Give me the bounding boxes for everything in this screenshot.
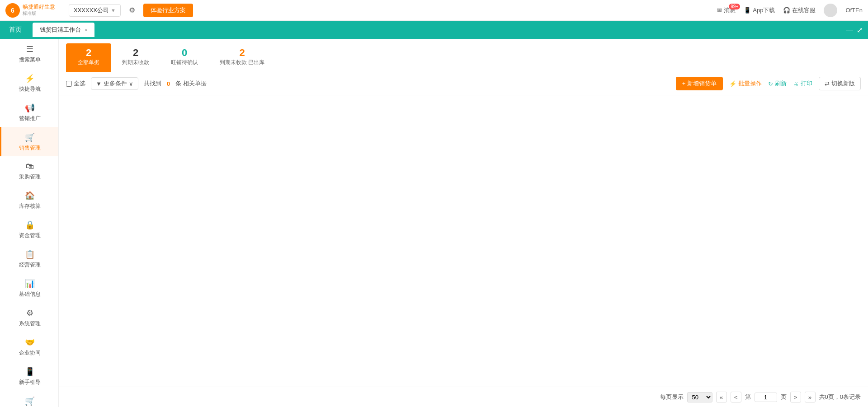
filter-label: 更多条件 — [104, 80, 127, 88]
first-page-button[interactable]: « — [716, 392, 727, 402]
stat-tab-pending[interactable]: 0 旺铺待确认 — [160, 43, 209, 72]
app-download-icon: 📱 — [744, 7, 751, 14]
inventory-icon: 🏠 — [25, 191, 35, 201]
select-all-checkbox[interactable]: 全选 — [66, 80, 85, 88]
messages-badge: 99+ — [729, 4, 740, 9]
filter-icon: ▼ — [96, 80, 102, 87]
switch-label: 切换新版 — [831, 80, 855, 88]
filter-button[interactable]: ▼ 更多条件 ∨ — [91, 77, 138, 90]
tab-maximize-button[interactable]: ⤢ — [857, 26, 863, 34]
stat-label-overdue: 到期未收款 — [122, 59, 149, 66]
search-menu-icon: ☰ — [26, 44, 33, 54]
sidebar-item-guide[interactable]: 📱 新手引导 — [0, 361, 58, 391]
sidebar-label-operation: 经营管理 — [19, 261, 41, 269]
next-page-button[interactable]: > — [790, 392, 801, 402]
print-button[interactable]: 🖨 打印 — [793, 80, 812, 88]
tab-close-icon[interactable]: × — [85, 27, 87, 33]
base-info-icon: 📊 — [25, 279, 35, 289]
guide-icon: 📱 — [25, 367, 35, 377]
refresh-label: 刷新 — [775, 80, 787, 88]
sidebar-label-base-info: 基础信息 — [19, 290, 41, 298]
sidebar-label-guide: 新手引导 — [19, 379, 41, 386]
logo-area: 6 畅捷通好生意 标准版 — [5, 3, 64, 18]
sidebar-item-inventory[interactable]: 🏠 库存核算 — [0, 185, 58, 215]
tab-minimize-button[interactable]: — — [846, 26, 853, 34]
page-word: 第 — [745, 393, 751, 401]
stat-tab-overdue-stock[interactable]: 2 到期未收款 已出库 — [209, 43, 275, 72]
finance-icon: 🔒 — [25, 220, 35, 230]
pagination: 每页显示 20 50 100 « < 第 页 > » 共0页，0条记录 — [59, 387, 868, 407]
filter-arrow-icon: ∨ — [129, 80, 133, 87]
tab-label: 钱货日清工作台 — [40, 26, 81, 34]
page-number-input[interactable] — [755, 393, 777, 402]
page-size-label: 每页显示 — [660, 393, 684, 401]
stat-tab-all[interactable]: 2 全部单据 — [66, 43, 111, 72]
settings-button[interactable]: ⚙ — [125, 4, 139, 17]
last-page-button[interactable]: » — [805, 392, 816, 402]
logo-icon: 6 — [5, 3, 20, 18]
top-right-area: ✉ 消息 99+ 📱 App下载 🎧 在线客服 OfTEn — [717, 4, 863, 17]
found-prefix: 共找到 — [144, 80, 161, 88]
logo-name: 畅捷通好生意 — [23, 4, 55, 11]
system-icon: ⚙ — [26, 308, 33, 318]
stat-label-all: 全部单据 — [78, 59, 99, 66]
logo-text-area: 畅捷通好生意 标准版 — [23, 4, 55, 17]
tab-home[interactable]: 首页 — [0, 21, 31, 39]
batch-action-button[interactable]: ⚡ 批量操作 — [729, 80, 762, 88]
prev-page-button[interactable]: < — [731, 392, 741, 402]
refresh-button[interactable]: ↻ 刷新 — [768, 80, 787, 88]
app-download-button[interactable]: 📱 App下载 — [744, 6, 775, 14]
sidebar-item-finance[interactable]: 🔒 资金管理 — [0, 215, 58, 244]
sidebar-label-purchase: 采购管理 — [19, 173, 41, 181]
found-suffix: 条 相关单据 — [175, 80, 207, 88]
sidebar-item-system[interactable]: ⚙ 系统管理 — [0, 303, 58, 332]
sidebar-item-base-info[interactable]: 📊 基础信息 — [0, 273, 58, 303]
print-label: 打印 — [801, 80, 812, 88]
sidebar-item-quick-nav[interactable]: ⚡ 快捷导航 — [0, 68, 58, 98]
top-bar: 6 畅捷通好生意 标准版 XXXXXX公司 ▼ ⚙ 体验行业方案 ✉ 消息 99… — [0, 0, 868, 21]
sidebar-item-app-center[interactable]: 🛒 应用中心 — [0, 391, 58, 407]
switch-version-button[interactable]: ⇄ 切换新版 — [819, 77, 861, 90]
tab-bar: 首页 钱货日清工作台 × — ⤢ — [0, 21, 868, 39]
company-selector[interactable]: XXXXXX公司 ▼ — [69, 4, 121, 17]
app-center-icon: 🛒 — [25, 396, 35, 406]
sidebar-label-inventory: 库存核算 — [19, 202, 41, 210]
page-size-select[interactable]: 20 50 100 — [687, 392, 712, 402]
cooperation-icon: 🤝 — [25, 337, 35, 347]
sidebar-item-cooperation[interactable]: 🤝 企业协同 — [0, 332, 58, 361]
sidebar-label-marketing: 营销推广 — [19, 115, 41, 122]
sidebar-item-search-menu[interactable]: ☰ 搜索菜单 — [0, 39, 58, 68]
message-icon: ✉ — [717, 7, 722, 14]
headset-icon: 🎧 — [783, 7, 790, 14]
quick-nav-icon: ⚡ — [25, 74, 35, 84]
sidebar-label-search-menu: 搜索菜单 — [19, 56, 41, 64]
sidebar-item-sales[interactable]: 🛒 销售管理 — [0, 127, 58, 156]
content-area: 2 全部单据 2 到期未收款 0 旺铺待确认 2 到期未收款 已出库 全选 — [59, 39, 868, 407]
toolbar-right: + 新增销货单 ⚡ 批量操作 ↻ 刷新 🖨 打印 ⇄ 切换新版 — [676, 77, 861, 90]
sidebar-label-finance: 资金管理 — [19, 232, 41, 239]
stat-tab-overdue[interactable]: 2 到期未收款 — [111, 43, 160, 72]
sidebar-item-operation[interactable]: 📋 经营管理 — [0, 244, 58, 273]
sidebar-label-system: 系统管理 — [19, 320, 41, 327]
sidebar-item-purchase[interactable]: 🛍 采购管理 — [0, 156, 58, 185]
sidebar-item-marketing[interactable]: 📢 营销推广 — [0, 98, 58, 127]
logo-badge: 标准版 — [23, 10, 55, 17]
tab-qhrc[interactable]: 钱货日清工作台 × — [33, 23, 94, 37]
toolbar: 全选 ▼ 更多条件 ∨ 共找到 0 条 相关单据 + 新增销货单 ⚡ 批量操作 … — [59, 72, 868, 95]
sidebar-label-cooperation: 企业协同 — [19, 349, 41, 357]
table-area — [59, 95, 868, 387]
online-service-button[interactable]: 🎧 在线客服 — [783, 6, 816, 14]
avatar[interactable] — [824, 4, 837, 17]
checkbox-input[interactable] — [66, 81, 72, 87]
batch-label: 批量操作 — [738, 80, 762, 88]
stats-tabs: 2 全部单据 2 到期未收款 0 旺铺待确认 2 到期未收款 已出库 — [59, 39, 868, 72]
select-all-label: 全选 — [74, 80, 85, 88]
trial-button[interactable]: 体验行业方案 — [143, 4, 193, 17]
messages-button[interactable]: ✉ 消息 99+ — [717, 6, 736, 14]
switch-icon: ⇄ — [825, 80, 830, 87]
new-order-button[interactable]: + 新增销货单 — [676, 77, 723, 90]
found-count: 0 — [167, 80, 170, 87]
online-service-label: 在线客服 — [792, 6, 816, 14]
app-download-label: App下载 — [753, 6, 775, 14]
print-icon: 🖨 — [793, 80, 799, 87]
